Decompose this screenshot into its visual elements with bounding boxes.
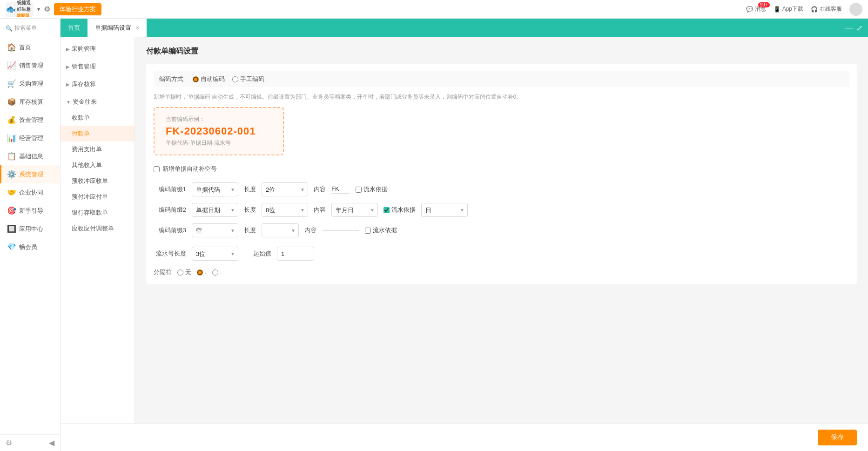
sidebar-item-member[interactable]: 💎 畅会员 (0, 238, 60, 256)
service-btn[interactable]: 🎧 在线客服 (811, 5, 842, 13)
collapse-btn[interactable]: ◀ (49, 438, 54, 447)
tab-maximize-btn[interactable]: ⤢ (856, 24, 862, 33)
tab-encoding[interactable]: 单据编码设置 × (87, 19, 147, 37)
sub-group-inventory: ▶ 库存核算 (61, 76, 135, 92)
tab-home[interactable]: 首页 (61, 19, 87, 37)
sub-item-receipt[interactable]: 收款单 (61, 110, 135, 126)
sub-item-other-income[interactable]: 其他收入单 (61, 157, 135, 173)
logo: 🐟 畅捷通好生意旗舰版 (6, 2, 34, 17)
tab-minimize-btn[interactable]: — (845, 24, 853, 32)
settings-bottom-btn[interactable]: ⚙ (6, 438, 12, 447)
page-title: 付款单编码设置 (146, 47, 857, 56)
trial-btn[interactable]: 体验行业方案 (54, 3, 101, 15)
sidebar-item-home[interactable]: 🏠 首页 (0, 38, 60, 56)
auto-fill-checkbox[interactable] (154, 166, 160, 172)
flow3-checkbox[interactable] (365, 228, 371, 234)
sidebar-item-inventory[interactable]: 📦 库存核算 (0, 93, 60, 111)
serial-length-label: 流水号长度 (154, 249, 186, 258)
guide-icon: 🎯 (7, 206, 15, 215)
service-icon: 🎧 (811, 6, 818, 13)
serial-length-arrow-icon: ▼ (230, 251, 235, 256)
search-menu-btn[interactable]: 🔍 搜索菜单 (4, 22, 56, 34)
sidebar-search-area: 🔍 搜索菜单 (0, 19, 60, 38)
start-value-input[interactable] (277, 247, 314, 261)
app-download-btn[interactable]: 📱 App下载 (774, 5, 803, 13)
form-rows: 编码前缀1 单据代码 部门 业务员 空 ▼ 长度 (154, 182, 849, 237)
length2-arrow-icon: ▼ (300, 208, 305, 213)
top-bar-right: 💬 消息 99+ 📱 App下载 🎧 在线客服 (746, 3, 862, 16)
manual-radio-label[interactable]: 手工编码 (232, 75, 264, 83)
member-icon: 💎 (7, 242, 15, 251)
sidebar-item-apps[interactable]: 🔲 应用中心 (0, 220, 60, 238)
flow1-label: 流水依据 (356, 185, 388, 194)
arrow-down-icon: ▼ (66, 100, 71, 105)
main-panel: 付款单编码设置 编码方式 自动编码 手工编码 (135, 37, 868, 423)
length3-arrow-icon: ▼ (291, 228, 296, 233)
manual-radio[interactable] (232, 76, 238, 82)
sidebar-item-system[interactable]: ⚙️ 系统管理 (0, 165, 60, 183)
sep-dot2-label[interactable]: · (212, 269, 222, 276)
sep-none-label[interactable]: 无 (177, 268, 191, 276)
sidebar-item-finance[interactable]: 💰 资金管理 (0, 111, 60, 129)
sub-group-title-sales[interactable]: ▶ 销售管理 (61, 59, 135, 74)
sep-dot2-radio[interactable] (212, 269, 218, 276)
auto-fill-label: 新增单据自动补空号 (162, 165, 217, 173)
app-label: App下载 (782, 5, 803, 13)
sidebar-item-cooperation[interactable]: 🤝 企业协同 (0, 183, 60, 202)
sep-none-radio[interactable] (177, 269, 183, 276)
length2-select[interactable]: 8位 6位 4位 (266, 207, 285, 214)
length2-label: 长度 (244, 206, 256, 214)
length1-select[interactable]: 2位 3位 4位 (266, 186, 285, 193)
service-label: 在线客服 (820, 5, 842, 13)
auto-radio-label[interactable]: 自动编码 (193, 75, 225, 83)
top-bar-left: 🐟 畅捷通好生意旗舰版 ▾ ⚙ 体验行业方案 (6, 2, 742, 17)
separator-label: 分隔符 (154, 268, 172, 276)
sub-group-title-purchase[interactable]: ▶ 采购管理 (61, 41, 135, 57)
tab-close-icon[interactable]: × (136, 25, 139, 31)
prefix2-label: 编码前缀2 (154, 206, 186, 214)
sep-dot-radio[interactable] (197, 269, 203, 276)
sidebar-item-operations[interactable]: 📊 经营管理 (0, 129, 60, 147)
sep-dot-label[interactable]: · (197, 269, 207, 276)
prefix1-select[interactable]: 单据代码 部门 业务员 空 (196, 186, 229, 193)
nav-dropdown-btn[interactable]: ▾ (37, 6, 40, 13)
purchase-icon: 🛒 (7, 79, 15, 88)
sidebar-item-guide[interactable]: 🎯 新手引导 (0, 202, 60, 220)
serial-length-row: 流水号长度 3位 4位 5位 6位 ▼ 起始值 (154, 247, 849, 261)
finance-icon: 💰 (7, 115, 15, 124)
flow1-checkbox[interactable] (356, 187, 362, 193)
code-preview-label: 当前编码示例： (166, 115, 272, 123)
content2-arrow-icon: ▼ (370, 208, 375, 213)
sidebar-item-sales[interactable]: 📈 销售管理 (0, 56, 60, 74)
sep-dot2-value: · (220, 269, 222, 276)
sub-group-title-capital[interactable]: ▼ 资金往来 (61, 94, 135, 110)
inventory-icon: 📦 (7, 97, 15, 106)
save-button[interactable]: 保存 (818, 430, 857, 445)
prefix3-arrow-icon: ▼ (230, 228, 235, 233)
operations-icon: 📊 (7, 134, 15, 142)
sidebar-item-purchase[interactable]: 🛒 采购管理 (0, 74, 60, 93)
content1-label: 内容 (314, 185, 326, 194)
sub-group-title-inventory[interactable]: ▶ 库存核算 (61, 76, 135, 92)
serial-length-select[interactable]: 3位 4位 5位 6位 (196, 250, 215, 257)
gear-icon[interactable]: ⚙ (44, 5, 50, 13)
flow2-checkbox[interactable] (384, 207, 390, 213)
prefix2-select[interactable]: 单据日期 部门 业务员 空 (196, 207, 229, 214)
sub-item-pre-receivable[interactable]: 预收冲应收单 (61, 173, 135, 189)
sub-item-adjustment[interactable]: 应收应付调整单 (61, 221, 135, 236)
encoding-method-label: 编码方式 (159, 75, 183, 83)
sub-item-payment[interactable]: 付款单 (61, 126, 135, 141)
flow2-unit-select[interactable]: 日 月 年 (425, 207, 441, 214)
home-icon: 🏠 (7, 43, 15, 52)
length3-select[interactable] (266, 227, 275, 234)
auto-radio[interactable] (193, 76, 199, 82)
sub-item-bank[interactable]: 银行存取款单 (61, 205, 135, 221)
sidebar-item-base[interactable]: 📋 基础信息 (0, 147, 60, 165)
content2-select[interactable]: 年月日 年月 年 (336, 207, 363, 214)
length2-select-wrapper: 8位 6位 4位 ▼ (262, 203, 308, 217)
message-btn[interactable]: 💬 消息 99+ (746, 5, 766, 13)
user-avatar[interactable] (849, 3, 862, 16)
prefix3-select[interactable]: 空 单据代码 部门 业务员 (196, 227, 229, 234)
sub-item-pre-payable[interactable]: 预付冲应付单 (61, 189, 135, 205)
sub-item-expense[interactable]: 费用支出单 (61, 141, 135, 157)
